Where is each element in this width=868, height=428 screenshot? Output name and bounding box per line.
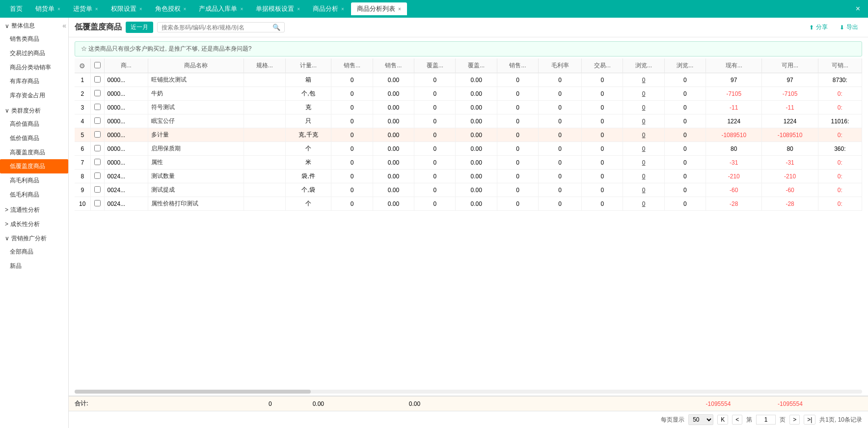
row-checkbox[interactable] xyxy=(90,142,104,156)
sidebar-item-low-value[interactable]: 低价值商品 xyxy=(0,131,68,145)
export-button[interactable]: ⬇ 导出 xyxy=(836,22,862,33)
row-checkbox[interactable] xyxy=(90,128,104,142)
row-browse1[interactable]: 0 xyxy=(623,170,664,183)
prev-page-button[interactable]: < xyxy=(732,415,742,425)
sidebar-item-high-coverage-label: 高覆盖度商品 xyxy=(10,149,45,156)
sidebar-item-stock-capital[interactable]: 库存资金占用 xyxy=(0,88,68,103)
nav-tab-analysis-close[interactable]: × xyxy=(341,6,344,12)
horizontal-scrollbar[interactable] xyxy=(75,390,862,394)
nav-tab-stock[interactable]: 产成品入库单 × xyxy=(193,2,249,15)
row-checkbox[interactable] xyxy=(90,156,104,170)
search-input[interactable] xyxy=(162,24,272,31)
row-checkbox[interactable] xyxy=(90,101,104,114)
page-size-select[interactable]: 50 100 200 xyxy=(688,414,713,425)
row-browse1[interactable]: 0 xyxy=(623,73,664,87)
sidebar-item-high-profit[interactable]: 高毛利商品 xyxy=(0,173,68,188)
row-spec xyxy=(244,156,285,170)
row-available: -1089510 xyxy=(762,128,818,142)
sidebar-group-cluster[interactable]: ∨ 类群度分析 xyxy=(0,103,68,117)
row-browse1[interactable]: 0 xyxy=(623,114,664,128)
last-page-button[interactable]: >| xyxy=(804,415,815,425)
nav-tab-purchase-close[interactable]: × xyxy=(95,6,98,12)
table-row: 9 0024... 测试提成 个,袋 0 0.00 0 0.00 0 0 0 0… xyxy=(75,183,862,197)
sidebar-item-traded-products[interactable]: 交易过的商品 xyxy=(0,46,68,60)
nav-tab-template[interactable]: 单据模板设置 × xyxy=(250,2,306,15)
row-sale2: 0.00 xyxy=(373,183,414,197)
close-all-button[interactable]: × xyxy=(852,4,864,13)
row-name[interactable]: 启用保质期 xyxy=(148,142,244,156)
row-name[interactable]: 测试数量 xyxy=(148,170,244,183)
main-layout: ∨ 整体信息 « 销售类商品 交易过的商品 商品分类动销率 有库存商品 库存资金… xyxy=(0,18,868,428)
row-name[interactable]: 旺铺批次测试 xyxy=(148,73,244,87)
row-browse1[interactable]: 0 xyxy=(623,183,664,197)
col-available: 可用... xyxy=(762,58,818,73)
sidebar-item-low-profit[interactable]: 低毛利商品 xyxy=(0,188,68,202)
row-cov1: 0 xyxy=(414,197,456,211)
page-number-input[interactable] xyxy=(756,415,776,425)
row-name[interactable]: 多计量 xyxy=(148,128,244,142)
nav-tab-analysis[interactable]: 商品分析 × xyxy=(307,2,350,15)
first-page-button[interactable]: K xyxy=(717,415,728,425)
nav-tab-template-close[interactable]: × xyxy=(297,6,300,12)
nav-tab-home[interactable]: 首页 xyxy=(4,2,28,15)
sidebar-item-high-coverage[interactable]: 高覆盖度商品 xyxy=(0,145,68,160)
row-name[interactable]: 符号测试 xyxy=(148,101,244,114)
row-browse1[interactable]: 0 xyxy=(623,87,664,101)
row-trade: 0 xyxy=(582,114,623,128)
row-num: 10 xyxy=(75,197,90,211)
settings-icon[interactable]: ⚙ xyxy=(79,62,85,70)
row-browse1[interactable]: 0 xyxy=(623,156,664,170)
row-checkbox[interactable] xyxy=(90,183,104,197)
row-unit: 米 xyxy=(285,156,331,170)
nav-tab-sales-close[interactable]: × xyxy=(57,6,60,12)
row-available: -60 xyxy=(762,183,818,197)
sidebar-item-new-products[interactable]: 新品 xyxy=(0,259,68,273)
nav-tab-analysis-list[interactable]: 商品分析列表 × xyxy=(351,2,407,15)
row-trade: 0 xyxy=(582,87,623,101)
nav-tab-purchase-label: 进货单 xyxy=(73,4,92,13)
sidebar-group-overall[interactable]: ∨ 整体信息 « xyxy=(0,18,68,32)
nav-tab-role-close[interactable]: × xyxy=(184,6,187,12)
nav-tab-role[interactable]: 角色授权 × xyxy=(149,2,192,15)
row-sale1: 0 xyxy=(331,87,373,101)
sidebar-item-category-rate[interactable]: 商品分类动销率 xyxy=(0,60,68,75)
sidebar-collapse-button[interactable]: « xyxy=(62,22,66,29)
row-browse1[interactable]: 0 xyxy=(623,128,664,142)
nav-tab-sales[interactable]: 销货单 × xyxy=(29,2,66,15)
row-checkbox[interactable] xyxy=(90,170,104,183)
row-name[interactable]: 牛奶 xyxy=(148,87,244,101)
row-cov1: 0 xyxy=(414,114,456,128)
nav-tab-purchase[interactable]: 进货单 × xyxy=(67,2,104,15)
sidebar-item-in-stock[interactable]: 有库存商品 xyxy=(0,74,68,88)
sidebar-group-growth[interactable]: > 成长性分析 xyxy=(0,216,68,230)
row-name[interactable]: 眠宝公仔 xyxy=(148,114,244,128)
row-gross: 0 xyxy=(539,142,582,156)
sidebar-group-flow[interactable]: > 流通性分析 xyxy=(0,202,68,216)
sidebar-item-high-value[interactable]: 高价值商品 xyxy=(0,117,68,131)
select-all-checkbox[interactable] xyxy=(94,62,101,68)
row-checkbox[interactable] xyxy=(90,197,104,211)
row-checkbox[interactable] xyxy=(90,114,104,128)
col-settings[interactable]: ⚙ xyxy=(75,58,90,73)
sidebar-item-all-products[interactable]: 全部商品 xyxy=(0,245,68,259)
sidebar-group-marketing[interactable]: ∨ 营销推广分析 xyxy=(0,230,68,245)
row-browse1[interactable]: 0 xyxy=(623,197,664,211)
row-available: -28 xyxy=(762,197,818,211)
row-checkbox[interactable] xyxy=(90,87,104,101)
row-browse1[interactable]: 0 xyxy=(623,142,664,156)
row-name[interactable]: 属性价格打印测试 xyxy=(148,197,244,211)
nav-tab-permission-close[interactable]: × xyxy=(139,6,142,12)
row-checkbox[interactable] xyxy=(90,73,104,87)
nav-tab-analysis-list-close[interactable]: × xyxy=(398,6,401,12)
row-browse1[interactable]: 0 xyxy=(623,101,664,114)
time-filter-button[interactable]: 近一月 xyxy=(126,22,153,33)
nav-tab-permission[interactable]: 权限设置 × xyxy=(105,2,148,15)
sidebar-item-low-coverage[interactable]: 低覆盖度商品 xyxy=(0,159,68,173)
row-name[interactable]: 测试提成 xyxy=(148,183,244,197)
nav-tab-stock-close[interactable]: × xyxy=(240,6,243,12)
next-page-button[interactable]: > xyxy=(789,415,800,425)
row-name[interactable]: 属性 xyxy=(148,156,244,170)
sidebar-item-sales-products[interactable]: 销售类商品 xyxy=(0,32,68,46)
share-button[interactable]: ⬆ 分享 xyxy=(805,22,832,33)
scrollbar-thumb[interactable] xyxy=(75,390,311,394)
